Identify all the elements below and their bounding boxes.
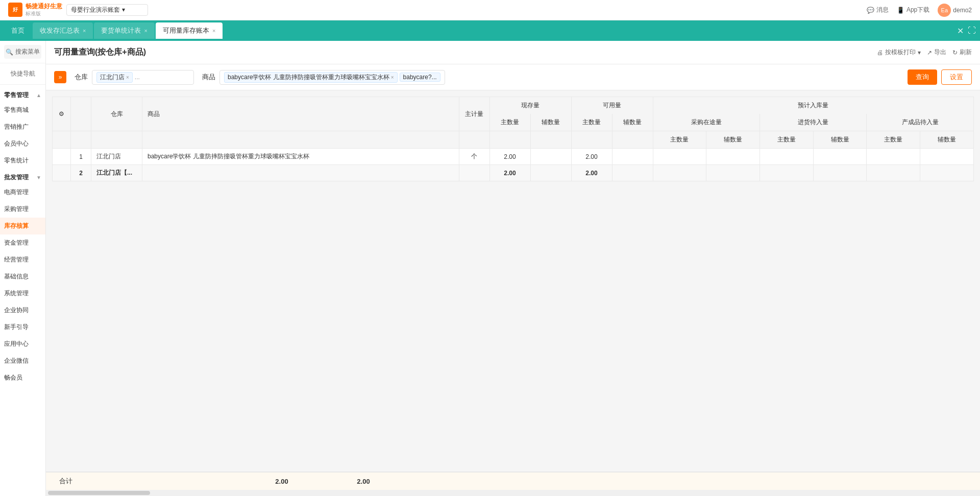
cell-incoming-main-1 bbox=[760, 165, 814, 181]
sidebar-item-purchase[interactable]: 采购管理 bbox=[0, 201, 45, 218]
tab-home[interactable]: 首页 bbox=[4, 22, 32, 39]
th-purchase-main: 主数量 bbox=[653, 131, 706, 149]
sidebar-item-retail-mall[interactable]: 零售商城 bbox=[0, 102, 45, 119]
message-btn[interactable]: 💬 消息 bbox=[867, 6, 889, 14]
warehouse-filter: 仓库 江北门店 × ... bbox=[75, 70, 194, 85]
th-stock: 现存量 bbox=[489, 97, 571, 114]
export-btn[interactable]: ↗ 导出 bbox=[927, 48, 946, 57]
warehouse-more[interactable]: ... bbox=[135, 74, 140, 81]
sidebar-item-members[interactable]: 会员中心 bbox=[0, 135, 45, 152]
sidebar-item-ecommerce[interactable]: 电商管理 bbox=[0, 184, 45, 201]
table-header-row-3: 主数量 辅数量 主数量 辅数量 主数量 辅数量 bbox=[53, 131, 974, 149]
tab-close-receipts[interactable]: × bbox=[83, 28, 86, 34]
product-tag-0: babycare学饮杯 儿童防摔防撞吸管杯重力球吸嘴杯宝宝水杯 × bbox=[224, 72, 398, 83]
cell-stock-aux-0 bbox=[530, 149, 571, 165]
th-production: 产成品待入量 bbox=[867, 114, 974, 131]
warehouse-label: 仓库 bbox=[75, 73, 88, 82]
th-incoming: 进货待入量 bbox=[760, 114, 867, 131]
table-container[interactable]: ⚙ 仓库 商品 主计量 现存量 可用量 预计入库量 主数量 辅数量 主数量 辅数… bbox=[46, 90, 980, 471]
main-layout: 🔍 搜索菜单 快捷导航 零售管理 ▲ 零售商城 营销推广 会员中心 零售统计 批… bbox=[0, 41, 980, 496]
table-row: 2 江北门店【... 2.00 2.00 bbox=[53, 165, 974, 181]
sidebar: 🔍 搜索菜单 快捷导航 零售管理 ▲ 零售商城 营销推广 会员中心 零售统计 批… bbox=[0, 41, 46, 496]
cell-product-0: babycare学饮杯 儿童防摔防撞吸管杯重力球吸嘴杯宝宝水杯 bbox=[142, 149, 459, 165]
refresh-icon: ↻ bbox=[952, 49, 958, 56]
product-tags[interactable]: babycare学饮杯 儿童防摔防撞吸管杯重力球吸嘴杯宝宝水杯 × babyca… bbox=[219, 70, 445, 85]
cell-warehouse-1: 江北门店【... bbox=[91, 165, 142, 181]
filter-row: » 仓库 江北门店 × ... 商品 babycare学饮杯 儿童防摔防撞吸管杯… bbox=[46, 64, 980, 90]
page-title: 可用量查询(按仓库+商品) bbox=[54, 47, 146, 58]
th-avail-aux: 辅数量 bbox=[612, 114, 653, 131]
chevron-down-icon: ▾ bbox=[122, 6, 125, 13]
tab-order-stats[interactable]: 要货单统计表 × bbox=[94, 22, 154, 39]
sidebar-item-wechat[interactable]: 企业微信 bbox=[0, 352, 45, 369]
sidebar-item-inventory[interactable]: 库存核算 bbox=[0, 218, 45, 234]
fullscreen-btn[interactable]: ⛶ bbox=[968, 26, 976, 35]
tab-close-order-stats[interactable]: × bbox=[144, 28, 147, 34]
close-all-tabs-btn[interactable]: ✕ bbox=[957, 26, 964, 36]
sidebar-item-marketing[interactable]: 营销推广 bbox=[0, 119, 45, 135]
table-header-row-1: ⚙ 仓库 商品 主计量 现存量 可用量 预计入库量 bbox=[53, 97, 974, 114]
nav-tabs: 首页 收发存汇总表 × 要货单统计表 × 可用量库存账本 × ✕ ⛶ bbox=[0, 20, 980, 41]
th-stock-main: 主数量 bbox=[489, 114, 530, 131]
th-planned: 预计入库量 bbox=[653, 97, 973, 114]
th-stock-aux: 辅数量 bbox=[530, 114, 571, 131]
tab-close-available-stock[interactable]: × bbox=[212, 28, 215, 34]
table-footer: 合计 2.00 2.00 bbox=[46, 471, 980, 490]
sidebar-item-quick-nav[interactable]: 快捷导航 bbox=[0, 66, 45, 81]
cell-stock-main-0: 2.00 bbox=[489, 149, 530, 165]
cell-purchase-main-1 bbox=[653, 165, 706, 181]
cell-unit-0: 个 bbox=[459, 149, 489, 165]
query-button[interactable]: 查询 bbox=[908, 69, 937, 85]
sidebar-item-finance[interactable]: 资金管理 bbox=[0, 234, 45, 251]
th-settings: ⚙ bbox=[53, 97, 71, 131]
cell-stock-aux-1 bbox=[530, 165, 571, 181]
top-bar-left: 好 畅捷通好生意 标准版 母婴行业演示账套 ▾ bbox=[8, 3, 148, 17]
warehouse-tags[interactable]: 江北门店 × ... bbox=[92, 70, 194, 85]
warehouse-tag-close[interactable]: × bbox=[126, 75, 129, 80]
sidebar-item-enterprise[interactable]: 企业协同 bbox=[0, 302, 45, 319]
cell-avail-aux-0 bbox=[612, 149, 653, 165]
search-menu-btn[interactable]: 🔍 搜索菜单 bbox=[4, 45, 41, 59]
app-download-btn[interactable]: 📱 App下载 bbox=[897, 6, 929, 14]
sidebar-item-basics[interactable]: 基础信息 bbox=[0, 268, 45, 285]
cell-incoming-main-0 bbox=[760, 149, 814, 165]
top-bar: 好 畅捷通好生意 标准版 母婴行业演示账套 ▾ 💬 消息 📱 App下载 Ea … bbox=[0, 0, 980, 20]
industry-select[interactable]: 母婴行业演示账套 ▾ bbox=[66, 4, 148, 16]
sidebar-item-retail[interactable]: 零售管理 ▲ bbox=[0, 87, 45, 102]
page-header: 可用量查询(按仓库+商品) 🖨 按模板打印 ▾ ↗ 导出 ↻ 刷新 bbox=[46, 41, 980, 64]
th-avail-main: 主数量 bbox=[571, 114, 612, 131]
scroll-thumb[interactable] bbox=[48, 491, 150, 495]
sidebar-item-wholesale[interactable]: 批发管理 ▼ bbox=[0, 169, 45, 184]
cell-settings-1 bbox=[53, 165, 71, 181]
cell-avail-main-1: 2.00 bbox=[571, 165, 612, 181]
page-actions: 🖨 按模板打印 ▾ ↗ 导出 ↻ 刷新 bbox=[877, 48, 972, 57]
refresh-btn[interactable]: ↻ 刷新 bbox=[952, 48, 972, 57]
product-tag-close-0[interactable]: × bbox=[391, 75, 394, 80]
print-btn[interactable]: 🖨 按模板打印 ▾ bbox=[877, 48, 921, 57]
sidebar-item-appstore[interactable]: 应用中心 bbox=[0, 336, 45, 352]
tab-receipts[interactable]: 收发存汇总表 × bbox=[33, 22, 93, 39]
sidebar-item-newbie[interactable]: 新手引导 bbox=[0, 319, 45, 336]
product-label: 商品 bbox=[202, 73, 215, 82]
cell-avail-main-0: 2.00 bbox=[571, 149, 612, 165]
logo-icon: 好 bbox=[8, 3, 22, 17]
table-row: 1 江北门店 babycare学饮杯 儿童防摔防撞吸管杯重力球吸嘴杯宝宝水杯 个… bbox=[53, 149, 974, 165]
mobile-icon: 📱 bbox=[897, 7, 904, 14]
cell-stock-main-1: 2.00 bbox=[489, 165, 530, 181]
sidebar-item-retail-stats[interactable]: 零售统计 bbox=[0, 152, 45, 169]
cell-avail-aux-1 bbox=[612, 165, 653, 181]
filter-expand-btn[interactable]: » bbox=[54, 71, 66, 83]
sidebar-item-system[interactable]: 系统管理 bbox=[0, 285, 45, 302]
sidebar-item-operations[interactable]: 经营管理 bbox=[0, 251, 45, 268]
page-title-row: 可用量查询(按仓库+商品) 🖨 按模板打印 ▾ ↗ 导出 ↻ 刷新 bbox=[54, 47, 972, 58]
horizontal-scrollbar[interactable] bbox=[46, 490, 980, 496]
sidebar-item-member[interactable]: 畅会员 bbox=[0, 369, 45, 386]
footer-avail-main: 2.00 bbox=[343, 478, 384, 485]
tab-available-stock[interactable]: 可用量库存账本 × bbox=[156, 22, 223, 39]
user-menu[interactable]: Ea demo2 bbox=[938, 4, 972, 17]
export-icon: ↗ bbox=[927, 49, 932, 56]
chevron-down-icon: ▲ bbox=[36, 92, 41, 98]
filter-actions: 查询 设置 bbox=[908, 69, 972, 85]
settings-button[interactable]: 设置 bbox=[941, 69, 972, 85]
cell-production-aux-1 bbox=[920, 165, 974, 181]
